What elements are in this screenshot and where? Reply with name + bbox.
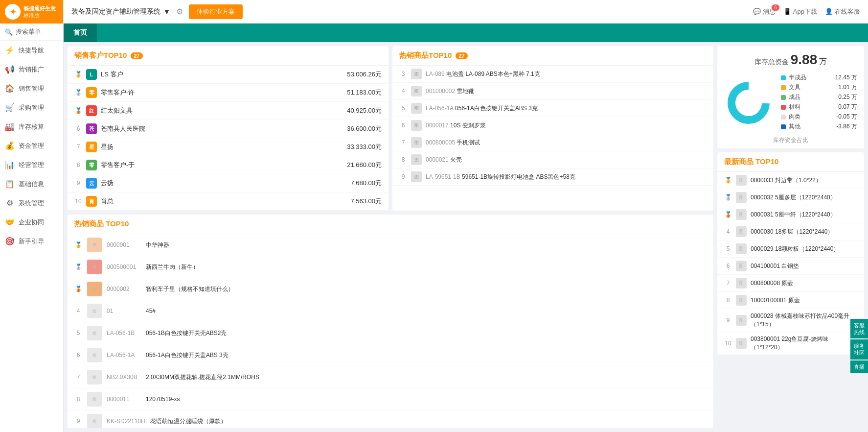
product-rank-row: 8 图 0000021 夹壳 [392, 151, 713, 168]
dropdown-icon[interactable]: ▼ [163, 8, 170, 16]
product-name: 056-1A白色按键开关盖ABS 3壳 [146, 351, 707, 360]
product-code: 0000032 [751, 194, 774, 201]
rank-number: 9 [724, 317, 732, 324]
product-rank-row: 6 图 0000017 10S 变刹罗浆 [392, 117, 713, 134]
product-image: 图 [411, 103, 422, 114]
tab-home[interactable]: 首页 [64, 24, 97, 42]
logo-text: 畅捷通好生意 标准版 [23, 5, 56, 19]
float-btn-service[interactable]: 客服热线 [850, 319, 868, 339]
newest-product-row: 🥉 图 0000031 5厘中纤（1220*2440） [717, 206, 864, 223]
product-image: 图 [87, 326, 102, 340]
newest-products-card: 最新商品 TOP10 🥇 图 0000033 封边带（1.0*22） 🥈 图 0… [717, 152, 864, 355]
legend-label: 成品 [789, 93, 835, 101]
sidebar-item-sales[interactable]: 🏠 销售管理 [0, 79, 63, 98]
product-image: 图 [87, 414, 102, 428]
customer-top10-body: 🥇 L LS 客户 53,006.26元 🥈 零 零售客户-许 51,183.0… [68, 66, 388, 211]
experience-btn[interactable]: 体验行业方案 [189, 4, 243, 19]
product-code: 0000001 [107, 241, 141, 248]
product-name: 手机测试 [457, 139, 480, 146]
operations-icon: 📊 [5, 160, 15, 169]
product-name: 智利车子里（规格不知道填什么） [146, 285, 707, 293]
rank-number: 9 [74, 180, 82, 187]
product-rank-row: 4 图 001000002 雪地靴 [392, 83, 713, 100]
product-code: 003800001 [751, 336, 780, 342]
sidebar-item-purchase[interactable]: 🛒 采购管理 [0, 98, 63, 117]
newest-product-row: 🥇 图 0000033 封边带（1.0*22） [717, 172, 864, 189]
hot-product-row: 7 图 NB2.0X30B 2.0X30MM双搓花轴.搓花直径2.1MM/ROH… [68, 366, 713, 388]
rank-number: 🥈 [724, 194, 732, 201]
middle-column: 销售客户TOP10 27 🥇 L LS 客户 53,006.26元 🥈 零 零售… [68, 46, 713, 428]
topbar-actions: 💬 消息 6 📱 App下载 👤 在线客服 [753, 7, 860, 16]
newest-products-body: 🥇 图 0000033 封边带（1.0*22） 🥈 图 0000032 5厘多层… [717, 172, 864, 355]
hot-product-row: 🥈 🖼 000500001 新西兰牛肉（新牛） [68, 256, 713, 278]
sidebar-item-marketing[interactable]: 📢 营销推广 [0, 60, 63, 79]
rank-number: 7 [74, 374, 82, 381]
hot-products-card: 热销商品 TOP10 🥇 🖼 0000001 中华神器 🥈 🖼 00050000… [68, 215, 713, 428]
product-name: 18颗粒板（1220*2440） [775, 245, 839, 252]
product-code: 0000029 [751, 245, 774, 252]
newest-product-row: 6 图 004100001 白钢垫 [717, 258, 864, 275]
marketing-icon: 📢 [5, 65, 15, 74]
customer-name: 红太阳文具 [101, 106, 343, 115]
product-code: 0000002 [107, 286, 141, 292]
customer-amount: 36,600.00元 [347, 124, 382, 133]
legend-item: 其他 -3.86 万 [781, 122, 857, 131]
product-code: KK-SD22110H [107, 418, 145, 425]
settings-icon[interactable]: ⚙ [176, 7, 183, 16]
product-image: 图 [736, 175, 747, 186]
float-btn-community[interactable]: 服务社区 [850, 339, 868, 360]
rank-number: 🥈 [74, 89, 82, 96]
customer-top10-header: 销售客户TOP10 27 [68, 46, 388, 66]
product-rank-row: 9 图 LA-59651-1B 59651-1B旋转投影灯电池盒 ABS黑色+5… [392, 168, 713, 186]
rank-number: 5 [399, 105, 407, 112]
sidebar-item-operations[interactable]: 📊 经营管理 [0, 155, 63, 174]
product-rank-row: 7 图 000800005 手机测试 [392, 134, 713, 151]
message-btn[interactable]: 💬 消息 6 [753, 7, 776, 16]
legend-dot [781, 105, 786, 110]
float-btn-live[interactable]: 直播 [850, 360, 868, 373]
product-name: 10S 变刹罗浆 [450, 122, 486, 129]
newest-product-row: 5 图 0000029 18颗粒板（1220*2440） [717, 240, 864, 258]
product-name: 原壶 [781, 280, 793, 287]
legend-label: 其他 [789, 122, 833, 131]
donut-chart [724, 78, 773, 127]
sidebar-item-finance[interactable]: 💰 资金管理 [0, 136, 63, 155]
customer-amount: 7,680.00元 [350, 179, 382, 188]
legend-item: 材料 0.07 万 [781, 103, 857, 111]
product-code: 000800008 [751, 280, 780, 287]
app-download-btn[interactable]: 📱 App下载 [783, 7, 817, 16]
sidebar-item-basic-info[interactable]: 📋 基础信息 [0, 174, 63, 193]
rank-number: 6 [74, 125, 82, 132]
newest-product-row: 7 图 000800008 原壶 [717, 275, 864, 292]
sidebar-item-enterprise[interactable]: 🤝 企业协同 [0, 213, 63, 232]
inventory-legend: 半成品 12.45 万 文具 1.01 万 成品 0.25 万 材料 0.07 … [781, 73, 857, 132]
legend-dot [781, 75, 786, 80]
product-code: LA-056-1A [107, 352, 141, 359]
product-image: 图 [87, 392, 102, 407]
product-image: 图 [736, 226, 747, 237]
customer-name: LS 客户 [101, 70, 343, 79]
rank-number: 9 [399, 173, 407, 180]
basic-info-icon: 📋 [5, 179, 15, 189]
product-code: 004100001 [751, 263, 780, 269]
search-menu[interactable]: 🔍 搜索菜单 [0, 24, 63, 41]
app-icon: 📱 [783, 8, 791, 15]
rank-number: 8 [74, 162, 82, 168]
sidebar-item-inventory[interactable]: 🏭 库存核算 [0, 117, 63, 136]
sidebar-item-newbie[interactable]: 🎯 新手引导 [0, 232, 63, 251]
legend-value: 12.45 万 [835, 73, 857, 82]
sidebar-item-system[interactable]: ⚙ 系统管理 [0, 193, 63, 213]
newbie-icon: 🎯 [5, 237, 15, 246]
online-service-btn[interactable]: 👤 在线客服 [825, 7, 860, 16]
hot-product-row: 🥇 🖼 0000001 中华神器 [68, 234, 713, 256]
product-name: 5厘中纤（1220*2440） [775, 211, 836, 218]
product-name: 12070519-xs [146, 396, 707, 403]
product-image: 🖼 [87, 260, 102, 274]
sidebar-item-quick-nav[interactable]: ⚡ 快捷导航 [0, 41, 63, 60]
product-rank-row: 3 图 LA-089 电池盖 LA-089 ABS本色+黑种 7.1克 [392, 66, 713, 83]
main-area: 装备及固定资产辅助管理系统 ▼ ⚙ 体验行业方案 💬 消息 6 📱 App下载 … [64, 0, 868, 432]
inventory-chart-area: 半成品 12.45 万 文具 1.01 万 成品 0.25 万 材料 0.07 … [717, 70, 864, 136]
product-top10-header: 热销商品TOP10 27 [392, 46, 713, 66]
product-code: 10000100001 [751, 297, 786, 304]
sales-icon: 🏠 [5, 84, 15, 93]
